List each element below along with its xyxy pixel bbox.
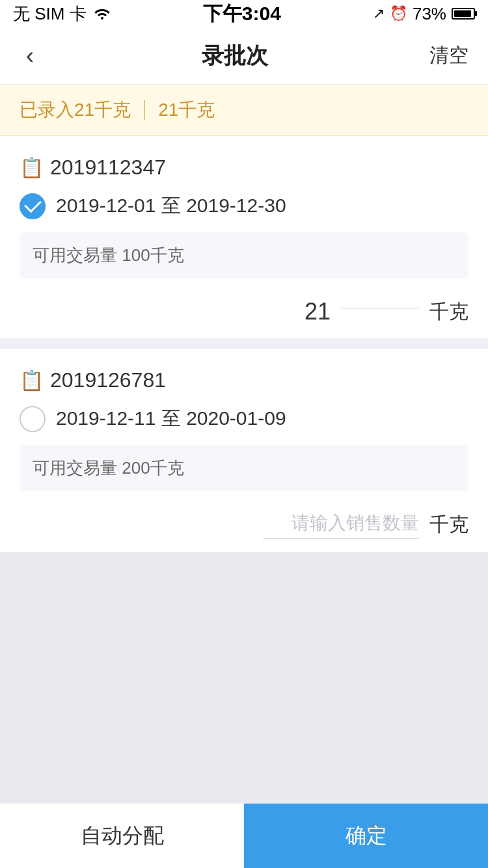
batch-avail-1: 可用交易量 100千克 — [20, 232, 468, 278]
batch-icon-2: 📋 — [20, 369, 44, 392]
summary-bar: 已录入21千克 21千克 — [0, 85, 488, 136]
clear-button[interactable]: 清空 — [429, 42, 468, 69]
batch-icon-1: 📋 — [20, 156, 44, 179]
summary-divider — [144, 100, 145, 120]
batch-unit-2: 千克 — [429, 511, 468, 538]
status-time: 下午3:04 — [203, 1, 281, 27]
status-left: 无 SIM 卡 — [13, 3, 111, 25]
battery-icon — [452, 8, 475, 20]
batch-card-2: 📋 2019126781 2019-12-11 至 2020-01-09 可用交… — [0, 349, 488, 552]
batch-card-1: 📋 2019112347 2019-12-01 至 2019-12-30 可用交… — [0, 136, 488, 338]
location-icon: ↗ — [373, 5, 385, 22]
batch-dates-row-2[interactable]: 2019-12-11 至 2020-01-09 — [0, 399, 488, 439]
batch-header-2: 📋 2019126781 — [0, 349, 488, 399]
batch-avail-2: 可用交易量 200千克 — [20, 445, 468, 491]
alarm-icon: ⏰ — [390, 5, 407, 22]
nav-bar: ‹ 录批次 清空 — [0, 27, 488, 85]
auto-distribute-button[interactable]: 自动分配 — [0, 804, 244, 868]
bottom-bar: 自动分配 确定 — [0, 803, 488, 868]
empty-area — [0, 552, 488, 832]
batch-radio-2[interactable] — [20, 406, 46, 432]
batch-qty-placeholder-2[interactable]: 请输入销售数量 — [263, 511, 419, 539]
batch-header-1: 📋 2019112347 — [0, 136, 488, 186]
carrier-text: 无 SIM 卡 — [13, 3, 87, 25]
summary-total: 21千克 — [158, 98, 215, 122]
batch-id-2: 2019126781 — [50, 368, 166, 392]
card-separator — [0, 338, 488, 349]
summary-recorded: 已录入21千克 — [20, 98, 131, 122]
page-title: 录批次 — [202, 41, 268, 71]
confirm-button[interactable]: 确定 — [244, 804, 488, 868]
batch-input-row-1: 21 千克 — [0, 292, 488, 338]
back-button[interactable]: ‹ — [20, 36, 40, 76]
battery-text: 73% — [413, 4, 446, 24]
batch-radio-1[interactable] — [20, 193, 46, 219]
batch-dates-row-1[interactable]: 2019-12-01 至 2019-12-30 — [0, 186, 488, 226]
wifi-icon — [93, 4, 111, 24]
batch-qty-value-1[interactable]: 21 — [305, 298, 331, 325]
status-right: ↗ ⏰ 73% — [373, 4, 475, 24]
batch-input-row-2: 请输入销售数量 千克 — [0, 504, 488, 552]
batch-dates-2: 2019-12-11 至 2020-01-09 — [56, 405, 286, 432]
batch-id-1: 2019112347 — [50, 156, 166, 180]
batch-dates-1: 2019-12-01 至 2019-12-30 — [56, 193, 286, 219]
batch-unit-1: 千克 — [429, 299, 468, 325]
status-bar: 无 SIM 卡 下午3:04 ↗ ⏰ 73% — [0, 0, 488, 27]
